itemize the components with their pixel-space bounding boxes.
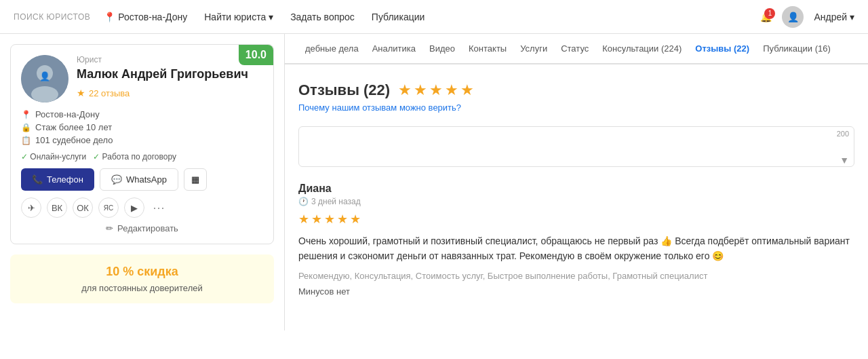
rating-stars: ★ ★ ★ ★ ★ [398, 81, 474, 99]
sidebar: 10.0 👤 Юрист Малюк Андрей Григорьевич ★ [0, 34, 285, 330]
textarea-expand-icon[interactable]: ▼ [840, 155, 849, 166]
reviewer-name: Диана [298, 183, 854, 195]
discount-desc: для постоянных доверителей [20, 283, 264, 293]
tab-reviews[interactable]: Отзывы (22) [688, 34, 756, 64]
tab-contacts-label: Контакты [469, 43, 507, 54]
lawyer-experience: 🔒 Стаж более 10 лет [21, 122, 263, 132]
main-container: 10.0 👤 Юрист Малюк Андрей Григорьевич ★ [0, 34, 868, 330]
tab-video[interactable]: Видео [422, 34, 462, 64]
svg-text:👤: 👤 [39, 71, 51, 82]
right-content: дебные дела Аналитика Видео Контакты Усл… [285, 34, 868, 330]
telegram-icon[interactable]: ✈ [21, 197, 41, 218]
nav-publications[interactable]: Публикации [372, 12, 425, 22]
review-text: Очень хороший, грамотный и позитивный сп… [298, 233, 854, 264]
tab-consultations-label: Консультации (224) [602, 43, 682, 54]
tab-analytics[interactable]: Аналитика [366, 34, 422, 64]
tab-contacts[interactable]: Контакты [462, 34, 513, 64]
nav-find-lawyer-label: Найти юриста ▾ [204, 12, 273, 22]
edit-icon: ✏ [106, 223, 113, 233]
review-stars: ★ ★ ★ ★ ★ [298, 212, 854, 227]
whatsapp-button[interactable]: 💬 WhatsApp [100, 168, 178, 191]
contract-label: Работа по договору [102, 152, 176, 162]
review-star-2: ★ [311, 212, 322, 227]
clock-icon: 🕐 [298, 197, 309, 206]
phone-button[interactable]: 📞 Телефон [21, 168, 94, 191]
qr-button[interactable]: ▦ [184, 168, 207, 191]
check-icon-1: ✓ [21, 152, 28, 162]
header-left: ПОИСК ЮРИСТОВ 📍 Ростов-на-Дону Найти юри… [14, 12, 425, 22]
experience-icon: 🔒 [21, 123, 31, 132]
review-minus: Минусов нет [298, 286, 854, 297]
tab-services[interactable]: Услуги [513, 34, 554, 64]
whatsapp-label: WhatsApp [126, 174, 167, 185]
lawyer-details: 📍 Ростов-на-Дону 🔒 Стаж более 10 лет 📋 1… [21, 109, 263, 145]
search-lawyers-label: ПОИСК ЮРИСТОВ [14, 12, 90, 22]
nav-ask-question-label: Задать вопрос [290, 12, 355, 22]
review-textarea[interactable] [298, 126, 854, 167]
tab-court-cases-label: дебные дела [305, 43, 359, 54]
reviews-text: 22 отзыва [89, 88, 130, 98]
review-tags: Рекомендую, Консультация, Стоимость услу… [298, 271, 854, 281]
star-1: ★ [398, 81, 412, 99]
contract-check: ✓ Работа по договору [93, 152, 176, 162]
tab-publications-label: Публикации (16) [763, 43, 831, 54]
reviews-header: Отзывы (22) ★ ★ ★ ★ ★ [298, 81, 854, 99]
tab-status[interactable]: Статус [554, 34, 595, 64]
lawyer-name: Малюк Андрей Григорьевич [77, 67, 248, 82]
location-label: Ростов-на-Дону [118, 12, 187, 22]
star-icon: ★ [77, 88, 85, 98]
cases-icon: 📋 [21, 136, 31, 145]
location-item[interactable]: 📍 Ростов-на-Дону [104, 12, 187, 22]
action-buttons: 📞 Телефон 💬 WhatsApp ▦ [21, 168, 263, 191]
tab-publications[interactable]: Публикации (16) [756, 34, 837, 64]
phone-label: Телефон [47, 174, 83, 185]
notifications-bell[interactable]: 🔔 1 [760, 12, 772, 22]
header: ПОИСК ЮРИСТОВ 📍 Ростов-на-Дону Найти юри… [0, 0, 868, 34]
lawyer-cases: 📋 101 судебное дело [21, 135, 263, 145]
vk-icon[interactable]: ВК [47, 197, 67, 218]
user-avatar: 👤 [782, 6, 804, 28]
user-name[interactable]: Андрей ▾ [814, 12, 854, 22]
review-textarea-wrap: 200 ▼ [298, 126, 854, 169]
reviews-section: Отзывы (22) ★ ★ ★ ★ ★ Почему нашим отзыв… [285, 64, 868, 330]
review-star-3: ★ [324, 212, 335, 227]
trust-link[interactable]: Почему нашим отзывам можно верить? [298, 102, 854, 113]
lawyer-location-text: Ростов-на-Дону [35, 109, 100, 119]
lawyer-text-info: Юрист Малюк Андрей Григорьевич ★ 22 отзы… [77, 55, 248, 98]
location-pin-icon: 📍 [104, 12, 115, 22]
reviews-title: Отзывы (22) [298, 81, 390, 99]
tab-consultations[interactable]: Консультации (224) [595, 34, 688, 64]
lawyer-avatar: 👤 [21, 55, 68, 102]
star-3: ★ [429, 81, 443, 99]
lawyer-title: Юрист [77, 55, 248, 64]
review-time: 🕐 3 дней назад [298, 197, 854, 206]
lawyer-cases-text: 101 судебное дело [35, 135, 113, 145]
review-star-1: ★ [298, 212, 309, 227]
review-star-4: ★ [337, 212, 348, 227]
tab-court-cases[interactable]: дебные дела [298, 34, 366, 64]
yc-icon[interactable]: ЯС [98, 197, 119, 218]
location-icon: 📍 [21, 110, 31, 119]
tab-services-label: Услуги [520, 43, 547, 54]
more-options-icon[interactable]: ⋯ [153, 200, 165, 215]
nav-find-lawyer[interactable]: Найти юриста ▾ [204, 12, 273, 22]
tab-reviews-label: Отзывы (22) [695, 43, 749, 54]
lawyer-card: 10.0 👤 Юрист Малюк Андрей Григорьевич ★ [10, 44, 274, 244]
qr-icon: ▦ [191, 174, 199, 185]
review-item: Диана 🕐 3 дней назад ★ ★ ★ ★ ★ Очень хор… [298, 183, 854, 297]
review-time-text: 3 дней назад [311, 197, 361, 206]
check-icon-2: ✓ [93, 152, 100, 162]
youtube-icon[interactable]: ▶ [124, 197, 144, 218]
ok-icon[interactable]: ОК [73, 197, 93, 218]
online-check: ✓ Онлайн-услуги [21, 152, 86, 162]
edit-button[interactable]: ✏ Редактировать [21, 223, 263, 233]
tabs-bar: дебные дела Аналитика Видео Контакты Усл… [285, 34, 868, 64]
svg-point-2 [31, 86, 58, 102]
discount-block: 10 % скидка для постоянных доверителей [10, 254, 274, 303]
rating-badge: 10.0 [239, 45, 273, 65]
avatar-icon: 👤 [787, 12, 799, 22]
nav-ask-question[interactable]: Задать вопрос [290, 12, 355, 22]
tab-status-label: Статус [561, 43, 589, 54]
char-count: 200 [837, 130, 849, 138]
star-5: ★ [460, 81, 474, 99]
